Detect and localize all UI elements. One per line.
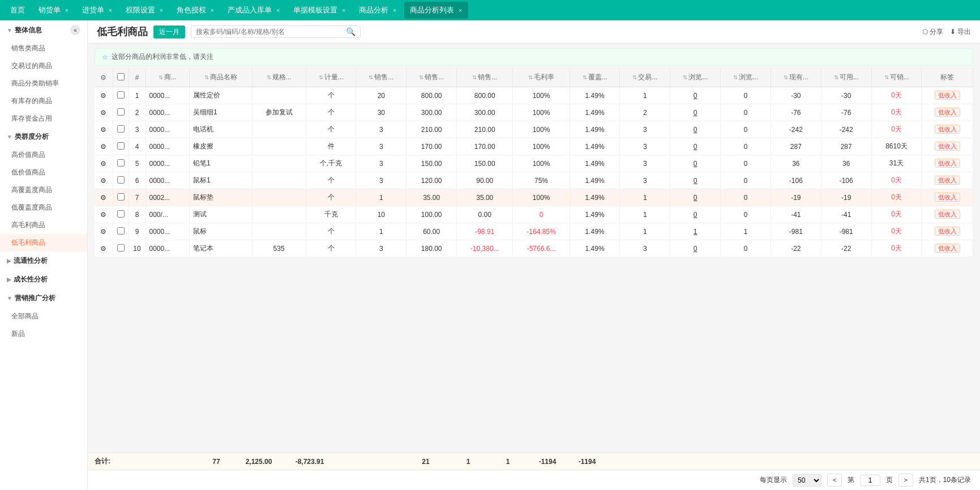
name-cell[interactable]: 测试: [189, 206, 252, 223]
browse1-cell[interactable]: 0: [670, 240, 721, 257]
profit-rate-header[interactable]: ⇅毛利率: [513, 68, 570, 87]
row-checkbox[interactable]: [117, 176, 125, 184]
nav-role-auth[interactable]: 角色授权 ×: [171, 2, 220, 19]
settings-cell[interactable]: ⚙: [95, 104, 113, 121]
sidebar-item-high-value[interactable]: 高价值商品: [0, 146, 87, 164]
sidebar-group-cluster[interactable]: ▼ 类群度分析: [0, 127, 87, 146]
nav-sales-order[interactable]: 销货单 ×: [33, 2, 74, 19]
name-cell[interactable]: 鼠标垫: [189, 189, 252, 206]
unit-header[interactable]: ⇅计量...: [306, 68, 356, 87]
row-checkbox[interactable]: [117, 227, 125, 235]
row-checkbox[interactable]: [117, 159, 125, 167]
row-checkbox[interactable]: [117, 91, 125, 99]
sale-profit-header[interactable]: ⇅销售...: [457, 68, 513, 87]
settings-cell[interactable]: ⚙: [95, 87, 113, 104]
sidebar-item-category-sales-rate[interactable]: 商品分类助销率: [0, 75, 87, 92]
row-checkbox[interactable]: [117, 210, 125, 218]
settings-cell[interactable]: ⚙: [95, 240, 113, 257]
checkbox-cell[interactable]: [113, 240, 129, 257]
nav-product-analysis-list[interactable]: 商品分析列表 ×: [404, 2, 468, 19]
sale-amt-header[interactable]: ⇅销售...: [406, 68, 457, 87]
share-button[interactable]: ⬡ 分享: [922, 27, 943, 37]
close-icon[interactable]: ×: [109, 7, 112, 14]
settings-cell[interactable]: ⚙: [95, 223, 113, 240]
checkbox-cell[interactable]: [113, 104, 129, 121]
sidebar-item-sales-goods[interactable]: 销售类商品: [0, 40, 87, 57]
close-icon[interactable]: ×: [160, 7, 163, 14]
prev-page-button[interactable]: ＜: [827, 474, 842, 487]
browse1-cell[interactable]: 0: [670, 172, 721, 189]
browse2-header[interactable]: ⇅浏览...: [721, 68, 771, 87]
time-filter-button[interactable]: 近一月: [153, 25, 185, 39]
nav-purchase-order[interactable]: 进货单 ×: [76, 2, 118, 19]
sidebar-item-high-coverage[interactable]: 高覆盖度商品: [0, 181, 87, 199]
sidebar-item-new-goods[interactable]: 新品: [0, 325, 87, 343]
settings-cell[interactable]: ⚙: [95, 189, 113, 206]
name-cell[interactable]: 鼠标1: [189, 172, 252, 189]
nav-template-settings[interactable]: 单据模板设置 ×: [288, 2, 351, 19]
row-checkbox[interactable]: [117, 244, 125, 252]
sidebar-item-low-coverage[interactable]: 低覆盖度商品: [0, 199, 87, 216]
sidebar-group-marketing[interactable]: ▼ 营销推广分析: [0, 289, 87, 308]
current-header[interactable]: ⇅现有...: [771, 68, 821, 87]
browse1-header[interactable]: ⇅浏览...: [670, 68, 721, 87]
close-icon[interactable]: ×: [393, 7, 396, 14]
close-icon[interactable]: ×: [211, 7, 214, 14]
sidebar-item-low-value[interactable]: 低价值商品: [0, 164, 87, 181]
checkbox-cell[interactable]: [113, 138, 129, 155]
name-cell[interactable]: 鼠标: [189, 223, 252, 240]
page-number-input[interactable]: [860, 475, 880, 486]
available-header[interactable]: ⇅可用...: [821, 68, 871, 87]
select-all-header[interactable]: [113, 68, 129, 87]
settings-cell[interactable]: ⚙: [95, 206, 113, 223]
sidebar-item-all-goods[interactable]: 全部商品: [0, 308, 87, 325]
browse1-cell[interactable]: 0: [670, 138, 721, 155]
name-cell[interactable]: 吴细细1: [189, 104, 252, 121]
sidebar-item-traded-goods[interactable]: 交易过的商品: [0, 57, 87, 75]
qty-header[interactable]: ⇅销售...: [356, 68, 406, 87]
checkbox-cell[interactable]: [113, 223, 129, 240]
browse1-cell[interactable]: 1: [670, 223, 721, 240]
checkbox-cell[interactable]: [113, 172, 129, 189]
settings-column-header[interactable]: ⚙: [95, 68, 113, 87]
settings-cell[interactable]: ⚙: [95, 155, 113, 172]
settings-cell[interactable]: ⚙: [95, 138, 113, 155]
sidebar-group-growth[interactable]: ▶ 成长性分析: [0, 270, 87, 289]
close-icon[interactable]: ×: [342, 7, 345, 14]
name-header[interactable]: ⇅商品名称: [189, 68, 252, 87]
browse1-cell[interactable]: 0: [670, 155, 721, 172]
browse1-cell[interactable]: 0: [670, 206, 721, 223]
sidebar-group-circulation[interactable]: ▶ 流通性分析: [0, 252, 87, 270]
name-cell[interactable]: 电话机: [189, 121, 252, 138]
browse1-cell[interactable]: 0: [670, 121, 721, 138]
select-all-checkbox[interactable]: [117, 73, 125, 80]
sidebar-group-overall[interactable]: ▼ 整体信息 «: [0, 20, 87, 40]
next-page-button[interactable]: ＞: [898, 474, 913, 487]
sidebar-item-low-margin[interactable]: 低毛利商品: [0, 234, 87, 252]
checkbox-cell[interactable]: [113, 206, 129, 223]
close-icon[interactable]: ×: [65, 7, 69, 14]
checkbox-cell[interactable]: [113, 189, 129, 206]
nav-product-warehouse[interactable]: 产成品入库单 ×: [222, 2, 285, 19]
name-cell[interactable]: 橡皮擦: [189, 138, 252, 155]
sidebar-item-high-margin[interactable]: 高毛利商品: [0, 216, 87, 234]
trade-header[interactable]: ⇅交易...: [620, 68, 670, 87]
close-icon[interactable]: ×: [459, 7, 462, 14]
row-checkbox[interactable]: [117, 142, 125, 150]
row-checkbox[interactable]: [117, 108, 125, 116]
search-icon[interactable]: 🔍: [346, 27, 356, 36]
name-cell[interactable]: 笔记本: [189, 240, 252, 257]
per-page-select[interactable]: 50 20 100: [793, 474, 821, 487]
nav-home[interactable]: 首页: [5, 2, 31, 19]
browse1-cell[interactable]: 0: [670, 104, 721, 121]
close-icon[interactable]: ×: [276, 7, 280, 14]
spec-header[interactable]: ⇅规格...: [252, 68, 306, 87]
row-checkbox[interactable]: [117, 125, 125, 133]
name-cell[interactable]: 铅笔1: [189, 155, 252, 172]
search-box[interactable]: 🔍: [191, 25, 361, 38]
checkbox-cell[interactable]: [113, 87, 129, 104]
browse1-cell[interactable]: 0: [670, 189, 721, 206]
export-button[interactable]: ⬇ 导出: [950, 27, 971, 37]
saleable-header[interactable]: ⇅可销...: [871, 68, 922, 87]
margin-header[interactable]: ⇅覆盖...: [570, 68, 620, 87]
